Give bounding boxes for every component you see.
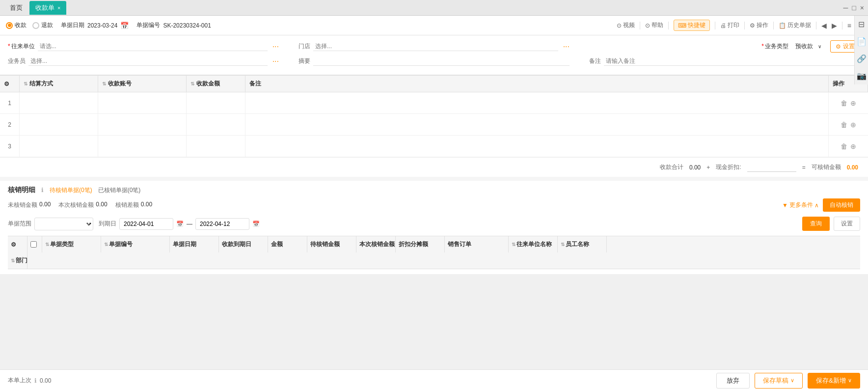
employee-input[interactable] [28, 56, 268, 66]
row2-copy-icon[interactable]: ⊕ [850, 121, 856, 129]
date-from-input[interactable] [119, 218, 173, 230]
auto-writeoff-button[interactable]: 自动核销 [823, 198, 860, 212]
sort-icon-settlement[interactable]: ⇅ [24, 81, 27, 86]
toolbar-video[interactable]: ⊙ 视频 [617, 21, 635, 29]
divider-2 [668, 22, 669, 29]
done-tab[interactable]: 已核销单据(0笔) [98, 186, 141, 195]
refund-radio[interactable]: 退款 [32, 21, 53, 29]
summary-label: 摘要 [298, 57, 310, 65]
sidebar-table-icon[interactable]: ⊟ [858, 20, 865, 29]
discount-input[interactable] [747, 163, 796, 172]
row1-settlement[interactable] [20, 92, 98, 113]
toolbar-help[interactable]: ⊙ 帮助 [645, 21, 663, 29]
calendar-icon[interactable]: 📅 [120, 22, 129, 29]
sidebar-camera-icon[interactable]: 📷 [857, 71, 867, 81]
summary-input[interactable] [313, 56, 570, 66]
writeoff-info-icon[interactable]: ℹ [41, 187, 44, 194]
remarks-input[interactable] [604, 56, 860, 66]
sort-employee-icon[interactable]: ⇅ [561, 242, 565, 247]
row2-settlement[interactable] [20, 114, 98, 135]
query-button[interactable]: 查询 [802, 217, 830, 231]
sort-doc-num-icon[interactable]: ⇅ [104, 242, 108, 247]
stat-unwritten-value: 0.00 [39, 201, 51, 209]
row2-account[interactable] [98, 114, 187, 135]
col-settlement: ⇅ 结算方式 [20, 76, 98, 92]
date-to-input[interactable] [195, 218, 249, 230]
partner-label: *往来单位 [8, 42, 35, 51]
calendar-to-icon[interactable]: 📅 [252, 221, 260, 227]
save-new-button[interactable]: 保存&新增 ∨ [808, 373, 860, 389]
tab-receipt-label: 收款单 [35, 3, 54, 12]
business-type-field: *业务类型 预收款 ∨ ⚙ 设置 [589, 40, 860, 53]
nav-next-icon[interactable]: ▶ [832, 22, 837, 29]
row3-account[interactable] [98, 136, 187, 157]
sort-partner-icon[interactable]: ⇅ [512, 242, 515, 247]
divider-4 [744, 22, 745, 29]
detail-settings-button[interactable]: 设置 [834, 217, 860, 231]
detail-col-amount-label: 金额 [271, 240, 283, 249]
row2-remarks[interactable] [245, 114, 829, 135]
store-more-icon[interactable]: ··· [563, 42, 570, 51]
sidebar-doc-icon[interactable]: 📄 [857, 37, 867, 46]
partner-more-icon[interactable]: ··· [272, 42, 279, 51]
row1-remarks[interactable] [245, 92, 829, 113]
row3-amount[interactable] [187, 136, 245, 157]
partner-input[interactable] [38, 42, 268, 51]
close-icon[interactable]: × [860, 4, 864, 12]
tab-close-icon[interactable]: × [57, 5, 60, 11]
row3-delete-icon[interactable]: 🗑 [841, 142, 847, 150]
employee-more-icon[interactable]: ··· [272, 57, 279, 66]
range-select[interactable] [34, 218, 93, 230]
docnum-field: 单据编号 SK-20230324-001 [136, 21, 211, 29]
footer-info-icon[interactable]: ℹ [34, 377, 37, 384]
toolbar-operation[interactable]: ⚙ 操作 [750, 21, 768, 29]
receipt-radio[interactable]: 收款 [6, 21, 27, 29]
store-input[interactable] [313, 42, 558, 51]
more-filter-btn[interactable]: ▼ 更多条件 ∧ [782, 201, 819, 209]
calendar-from-icon[interactable]: 📅 [176, 221, 184, 227]
detail-col-settings[interactable]: ⚙ [8, 236, 27, 252]
business-type-label: *业务类型 [761, 42, 788, 51]
row2-delete-icon[interactable]: 🗑 [841, 121, 847, 129]
divider-6 [816, 22, 816, 29]
sort-doc-type-icon[interactable]: ⇅ [45, 242, 49, 247]
list-view-icon[interactable]: ≡ [847, 22, 851, 29]
row3-copy-icon[interactable]: ⊕ [850, 142, 856, 150]
sidebar-link-icon[interactable]: 🔗 [857, 54, 867, 63]
row1-copy-icon[interactable]: ⊕ [850, 99, 856, 107]
select-all-checkbox[interactable] [30, 241, 37, 248]
tab-home[interactable]: 首页 [4, 1, 28, 15]
row3-remarks[interactable] [245, 136, 829, 157]
sort-icon-amount[interactable]: ⇅ [190, 81, 194, 86]
toolbar-right: ⊙ 视频 ⊙ 帮助 ⌨ 快捷键 🖨 打印 ⚙ 操作 📋 历史单据 ◀ ▶ ≡ ⊞ [617, 20, 862, 31]
footer-amount: 0.00 [40, 377, 51, 384]
sort-dept-icon[interactable]: ⇅ [11, 258, 15, 263]
refund-radio-label: 退款 [41, 21, 53, 29]
row1-amount[interactable] [187, 92, 245, 113]
remarks-label: 备注 [589, 57, 601, 65]
stat-unwritten-label: 未核销金额 [8, 201, 37, 209]
sort-icon-account[interactable]: ⇅ [102, 81, 106, 86]
nav-prev-icon[interactable]: ◀ [821, 22, 827, 29]
toolbar-shortcut[interactable]: ⌨ 快捷键 [674, 20, 710, 31]
row1-account[interactable] [98, 92, 187, 113]
col-settings[interactable]: ⚙ [0, 76, 20, 92]
business-type-chevron[interactable]: ∨ [818, 44, 821, 49]
available-label: 可核销金额 [812, 163, 841, 171]
abandon-button[interactable]: 放弃 [716, 373, 750, 389]
section-divider [0, 177, 868, 181]
detail-col-employee-label: 员工名称 [566, 240, 589, 249]
row2-amount[interactable] [187, 114, 245, 135]
row1-delete-icon[interactable]: 🗑 [841, 99, 847, 107]
save-draft-button[interactable]: 保存草稿 ∨ [755, 373, 803, 389]
pending-tab[interactable]: 待核销单据(0笔) [50, 186, 92, 195]
detail-col-doc-date-label: 单据日期 [173, 240, 196, 249]
toolbar-history[interactable]: 📋 历史单据 [779, 21, 811, 29]
table-header: ⚙ ⇅ 结算方式 ⇅ 收款账号 ⇅ 收款金额 备注 操作 [0, 75, 868, 92]
maximize-icon[interactable]: □ [852, 4, 856, 12]
bottom-label: 本单上次 [8, 376, 31, 385]
toolbar-print[interactable]: 🖨 打印 [720, 21, 739, 29]
row3-settlement[interactable] [20, 136, 98, 157]
tab-receipt[interactable]: 收款单 × [29, 1, 66, 15]
minimize-icon[interactable]: ─ [843, 4, 848, 12]
